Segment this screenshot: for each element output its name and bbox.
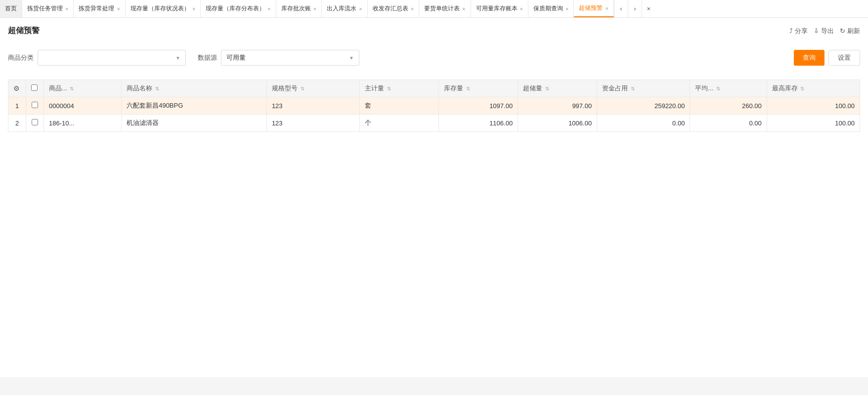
td-checkbox-2[interactable]	[26, 115, 44, 132]
th-max-stock[interactable]: 最高库存 ⇅	[767, 80, 860, 97]
sort-icon-unit: ⇅	[387, 86, 391, 91]
share-button[interactable]: ⤴ 分享	[789, 27, 808, 36]
nav-tab-4[interactable]: 现存量（库存分布表） ×	[201, 0, 276, 17]
th-unit[interactable]: 主计量 ⇅	[360, 80, 439, 97]
sort-icon-avg: ⇅	[716, 86, 720, 91]
td-spec-1: 123	[266, 97, 359, 115]
close-tab-10[interactable]: ×	[565, 6, 568, 12]
export-button[interactable]: ⇩ 导出	[814, 27, 834, 36]
nav-tab-1[interactable]: 拣货任务管理 ×	[22, 0, 74, 17]
td-row-num-1: 1	[8, 97, 26, 115]
nav-tab-7[interactable]: 收发存汇总表 ×	[368, 0, 419, 17]
topbar: 首页 拣货任务管理 × 拣货异常处理 × 现存量（库存状况表） × 现存量（库存…	[0, 0, 868, 18]
td-product-code-2: 186-10...	[44, 115, 122, 132]
close-tab-6[interactable]: ×	[359, 6, 362, 12]
nav-next-button[interactable]: ›	[628, 0, 642, 17]
td-capital-1: 259220.00	[597, 97, 690, 115]
close-tab-4[interactable]: ×	[267, 6, 270, 12]
filter-area: 商品分类 ▼ 数据源 可用量 ▼ 查询 设置	[8, 44, 860, 72]
sort-icon-capital: ⇅	[631, 86, 635, 91]
datasource-select[interactable]: 可用量 ▼	[221, 50, 359, 66]
nav-tab-5[interactable]: 库存批次账 ×	[276, 0, 322, 17]
close-tab-7[interactable]: ×	[411, 6, 414, 12]
td-product-name-1: 六配套新昌490BPG	[122, 97, 267, 115]
sort-icon-overstock: ⇅	[545, 86, 549, 91]
refresh-button[interactable]: ↻ 刷新	[840, 27, 860, 36]
nav-tab-9[interactable]: 可用量库存账本 ×	[471, 0, 528, 17]
category-select[interactable]: ▼	[38, 50, 186, 66]
nav-tab-8[interactable]: 要货单统计表 ×	[419, 0, 471, 17]
td-max-stock-2: 100.00	[767, 115, 860, 132]
td-max-stock-1: 100.00	[767, 97, 860, 115]
category-select-arrow: ▼	[175, 55, 180, 61]
td-stock-2: 1106.00	[439, 115, 518, 132]
close-tab-8[interactable]: ×	[462, 6, 465, 12]
nav-tab-6[interactable]: 出入库流水 ×	[322, 0, 367, 17]
th-avg[interactable]: 平均... ⇅	[690, 80, 767, 97]
th-settings: ⚙	[8, 80, 26, 97]
sort-icon-stock: ⇅	[466, 86, 470, 91]
close-tab-3[interactable]: ×	[192, 6, 195, 12]
datasource-label: 数据源	[198, 53, 217, 62]
page-header: 超储预警 ⤴ 分享 ⇩ 导出 ↻ 刷新	[8, 26, 860, 36]
td-avg-2: 0.00	[690, 115, 767, 132]
close-tab-9[interactable]: ×	[520, 6, 523, 12]
query-button[interactable]: 查询	[794, 50, 825, 66]
close-tab-5[interactable]: ×	[313, 6, 316, 12]
td-stock-1: 1097.00	[439, 97, 518, 115]
th-product-code[interactable]: 商品... ⇅	[44, 80, 122, 97]
nav-tab-10[interactable]: 保质期查询 ×	[528, 0, 574, 17]
td-capital-2: 0.00	[597, 115, 690, 132]
table-row: 1 0000004 六配套新昌490BPG 123 套 1097.00 997.…	[8, 97, 860, 115]
td-overstock-2: 1006.00	[518, 115, 597, 132]
th-product-name[interactable]: 商品名称 ⇅	[122, 80, 267, 97]
select-all-checkbox[interactable]	[31, 84, 38, 91]
th-capital[interactable]: 资金占用 ⇅	[597, 80, 690, 97]
td-checkbox-1[interactable]	[26, 97, 44, 115]
data-table: ⚙ 商品... ⇅ 商品名称 ⇅ 规格型号 ⇅ 主计量	[8, 79, 860, 132]
td-avg-1: 260.00	[690, 97, 767, 115]
td-unit-1: 套	[360, 97, 439, 115]
th-spec[interactable]: 规格型号 ⇅	[266, 80, 359, 97]
datasource-select-value: 可用量	[226, 53, 246, 62]
table-header-row: ⚙ 商品... ⇅ 商品名称 ⇅ 规格型号 ⇅ 主计量	[8, 80, 860, 97]
td-row-num-2: 2	[8, 115, 26, 132]
nav-prev-button[interactable]: ‹	[614, 0, 628, 17]
page-actions: ⤴ 分享 ⇩ 导出 ↻ 刷新	[789, 27, 860, 36]
sort-icon-product-code: ⇅	[70, 86, 74, 91]
td-unit-2: 个	[360, 115, 439, 132]
td-spec-2: 123	[266, 115, 359, 132]
td-overstock-1: 997.00	[518, 97, 597, 115]
table-row: 2 186-10... 机油滤清器 123 个 1106.00 1006.00 …	[8, 115, 860, 132]
settings-icon[interactable]: ⚙	[13, 84, 20, 92]
th-checkbox	[26, 80, 44, 97]
nav-tab-11[interactable]: 超储预警 ×	[574, 0, 613, 17]
close-tab-11[interactable]: ×	[605, 5, 608, 11]
datasource-filter-group: 数据源 可用量 ▼	[198, 50, 359, 66]
sort-icon-spec: ⇅	[301, 86, 304, 91]
category-label: 商品分类	[8, 53, 34, 62]
main-content: 超储预警 ⤴ 分享 ⇩ 导出 ↻ 刷新 商品分类 ▼ 数据源	[0, 18, 868, 377]
refresh-icon: ↻	[840, 27, 845, 35]
page-title: 超储预警	[8, 26, 40, 36]
nav-home[interactable]: 首页	[0, 0, 22, 17]
nav-close-button[interactable]: ×	[642, 0, 655, 17]
close-tab-2[interactable]: ×	[117, 6, 120, 12]
filter-buttons: 查询 设置	[794, 50, 860, 66]
th-stock[interactable]: 库存量 ⇅	[439, 80, 518, 97]
td-product-code-1: 0000004	[44, 97, 122, 115]
th-overstock[interactable]: 超储量 ⇅	[518, 80, 597, 97]
td-product-name-2: 机油滤清器	[122, 115, 267, 132]
nav-tab-2[interactable]: 拣货异常处理 ×	[74, 0, 125, 17]
category-filter-group: 商品分类 ▼	[8, 50, 186, 66]
share-icon: ⤴	[789, 27, 793, 35]
nav-tab-3[interactable]: 现存量（库存状况表） ×	[126, 0, 201, 17]
export-icon: ⇩	[814, 27, 819, 35]
sort-icon-product-name: ⇅	[155, 86, 159, 91]
datasource-select-arrow: ▼	[349, 55, 354, 61]
setting-button[interactable]: 设置	[828, 50, 860, 66]
sort-icon-max-stock: ⇅	[800, 86, 804, 91]
close-tab-1[interactable]: ×	[65, 6, 68, 12]
